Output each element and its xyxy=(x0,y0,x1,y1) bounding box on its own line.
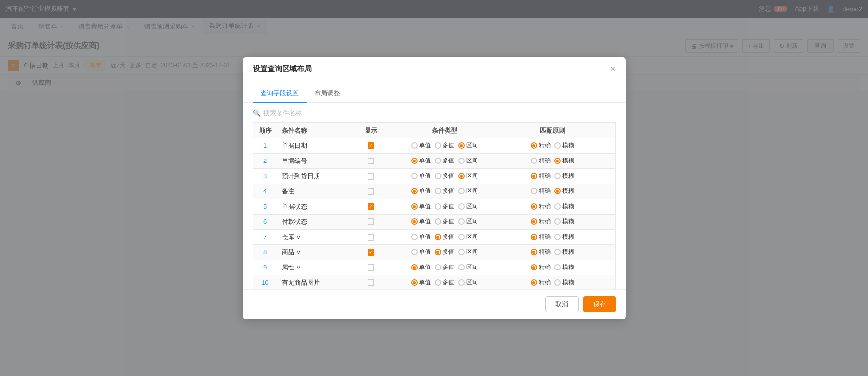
dialog-overlay: 设置查询区域布局 × 查询字段设置 布局调整 🔍 顺序 条件名称 显示 xyxy=(0,0,868,91)
dialog-close-button[interactable]: × xyxy=(610,64,616,73)
dialog-tabs: 查询字段设置 布局调整 xyxy=(243,80,626,91)
dialog-title: 设置查询区域布局 xyxy=(253,64,312,74)
dialog-header: 设置查询区域布局 × xyxy=(243,57,626,80)
settings-dialog: 设置查询区域布局 × 查询字段设置 布局调整 🔍 顺序 条件名称 显示 xyxy=(243,57,626,91)
tab-query-fields[interactable]: 查询字段设置 xyxy=(253,85,307,91)
tab-layout-adjust[interactable]: 布局调整 xyxy=(307,85,348,91)
